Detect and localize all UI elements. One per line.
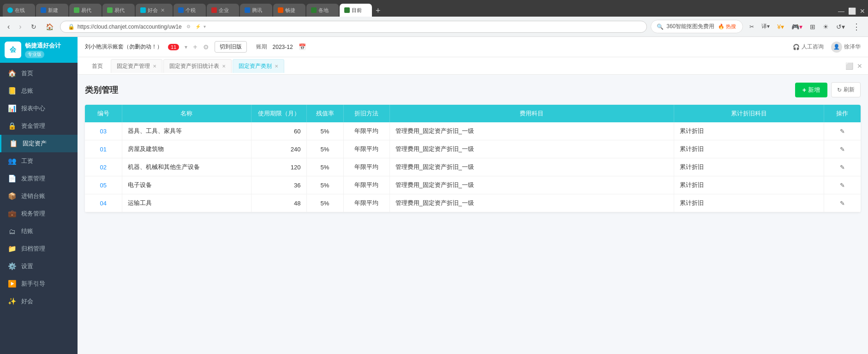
cell-expense: 管理费用_固定资产折旧_一级	[389, 158, 674, 176]
cell-method: 年限平均	[343, 194, 389, 212]
cell-expense: 管理费用_固定资产折旧_一级	[389, 194, 674, 212]
topbar: 刘小艳演示账套（勿删勿动！） 11 ▾ + ⚙ 切到旧版 账期 2023-12 …	[78, 37, 868, 57]
help-icon: ✨	[7, 297, 17, 306]
translate-btn[interactable]: 译▾	[759, 21, 772, 32]
browser-tab-1[interactable]: 在线	[3, 4, 35, 17]
sidebar-label-guide: 新手引导	[21, 280, 45, 288]
dropdown-icon[interactable]: ⚙	[186, 24, 191, 29]
page-header: 类别管理 + 新增 ↻ 刷新	[85, 82, 861, 97]
cell-period: 36	[251, 176, 306, 194]
sidebar-item-home[interactable]: 🏠 首页	[0, 65, 78, 82]
cell-name: 电子设备	[122, 176, 251, 194]
sidebar-item-tax[interactable]: 💼 税务管理	[0, 205, 78, 222]
service-btn[interactable]: 🎧 人工咨询	[793, 43, 824, 51]
add-btn[interactable]: + 新增	[795, 83, 827, 97]
cut-btn[interactable]: ✂	[747, 22, 757, 31]
cell-op[interactable]: ✎	[824, 194, 861, 212]
url-input[interactable]: 🔒 https://cloud.chanjet.com/accounting/u…	[60, 21, 647, 33]
browser-tab-9[interactable]: 畅捷	[273, 4, 305, 17]
home-btn[interactable]: 🏠	[43, 21, 56, 32]
cell-accum: 累计折旧	[674, 140, 824, 158]
browser-tab-4[interactable]: 易代	[102, 4, 135, 17]
search-label: 360智能抠图免费用	[666, 23, 714, 30]
browser-tab-11[interactable]: 目前	[340, 4, 372, 17]
sidebar-item-invoice[interactable]: 📄 发票管理	[0, 170, 78, 187]
page-close-btn[interactable]: ✕	[857, 62, 862, 70]
cell-code[interactable]: 03	[85, 122, 122, 140]
col-residual: 残值率	[306, 105, 343, 122]
tab-depreciation-close[interactable]: ✕	[222, 64, 226, 69]
sidebar-item-funds[interactable]: 🔒 资金管理	[0, 117, 78, 135]
browser-tab-3[interactable]: 易代	[69, 4, 102, 17]
settings-icon: ⚙️	[7, 262, 17, 270]
refresh-btn[interactable]: ↻ 刷新	[831, 82, 861, 97]
back-btn[interactable]: ‹	[5, 21, 12, 33]
calendar-icon[interactable]: 📅	[299, 43, 306, 50]
cell-code[interactable]: 04	[85, 194, 122, 212]
topbar-gear[interactable]: ⚙	[203, 43, 209, 51]
topbar-user-name: 刘小艳演示账套（勿删勿动！）	[85, 43, 162, 51]
sidebar-item-purchase-sales[interactable]: 📦 进销台账	[0, 187, 78, 205]
sidebar-item-guide[interactable]: ▶️ 新手引导	[0, 275, 78, 293]
cell-op[interactable]: ✎	[824, 122, 861, 140]
browser-tab-8[interactable]: 腾讯	[240, 4, 272, 17]
search-bar[interactable]: 🔍 360智能抠图免费用 🔥 热搜	[651, 20, 743, 33]
col-code: 编号	[85, 105, 122, 122]
sidebar-item-fixed-assets[interactable]: 📋 固定资产	[0, 135, 78, 152]
topbar-right: 🎧 人工咨询 👤 徐泽华	[793, 42, 861, 53]
sidebar-item-reports[interactable]: 📊 报表中心	[0, 100, 78, 117]
reload-btn[interactable]: ↻	[28, 21, 39, 32]
sidebar-item-settlement[interactable]: 🗂 结账	[0, 222, 78, 240]
tab-category-close[interactable]: ✕	[275, 64, 278, 69]
tab5-close[interactable]: ✕	[161, 7, 165, 13]
browser-tab-5[interactable]: 好会 ✕	[136, 4, 173, 17]
new-tab-btn[interactable]: +	[373, 6, 383, 16]
cell-op[interactable]: ✎	[824, 176, 861, 194]
cell-code[interactable]: 05	[85, 176, 122, 194]
tab-depreciation[interactable]: 固定资产折旧统计表 ✕	[163, 59, 232, 73]
brightness-btn[interactable]: ☀	[820, 22, 832, 32]
sidebar-item-payroll[interactable]: 👥 工资	[0, 152, 78, 170]
tab-category[interactable]: 固定资产类别 ✕	[233, 59, 284, 73]
sidebar-item-archive[interactable]: 📁 归档管理	[0, 240, 78, 258]
win-restore[interactable]: ⬜	[848, 7, 856, 15]
grid-btn[interactable]: ⊞	[807, 22, 818, 32]
sidebar-label-fixed-assets: 固定资产	[23, 139, 47, 148]
topbar-period-value: 2023-12	[273, 44, 293, 50]
forward-btn[interactable]: ›	[16, 21, 24, 33]
search-icon: 🔍	[657, 24, 664, 30]
cell-op[interactable]: ✎	[824, 158, 861, 176]
tab-asset-mgmt-label: 固定资产管理	[117, 62, 150, 70]
browser-tab-2[interactable]: 新建	[36, 4, 68, 17]
sidebar-item-ledger[interactable]: 📒 总账	[0, 82, 78, 100]
cell-op[interactable]: ✎	[824, 140, 861, 158]
tab-home[interactable]: 首页	[85, 59, 110, 73]
topbar-add[interactable]: +	[193, 43, 197, 51]
browser-tab-6[interactable]: 个税	[174, 4, 206, 17]
tab-asset-mgmt-close[interactable]: ✕	[153, 64, 156, 69]
sidebar: 会 畅捷通好会计 专业版 🏠 首页 📒 总账 📊 报表中心 🔒 资金管理	[0, 37, 78, 354]
switch-version-btn[interactable]: 切到旧版	[215, 41, 247, 53]
win-close[interactable]: ✕	[860, 7, 865, 15]
undo-btn[interactable]: ↺▾	[833, 22, 848, 32]
game-btn[interactable]: 🎮▾	[789, 22, 805, 32]
tab-asset-mgmt[interactable]: 固定资产管理 ✕	[111, 59, 162, 73]
url-expand[interactable]: ⚡	[195, 24, 201, 29]
data-table: 编号 名称 使用期限（月） 残值率 折旧方法	[85, 105, 861, 212]
cell-code[interactable]: 01	[85, 140, 122, 158]
topbar-expand[interactable]: ▾	[185, 44, 187, 50]
cell-residual: 5%	[306, 176, 343, 194]
url-dropdown[interactable]: ▾	[204, 24, 206, 29]
page-restore-btn[interactable]: ⬜	[845, 62, 853, 70]
logo-sub: 专业版	[25, 51, 44, 58]
browser-tab-10[interactable]: 各地	[306, 4, 339, 17]
menu-btn[interactable]: ⋮	[850, 20, 863, 33]
browser-tab-7[interactable]: 企业	[207, 4, 239, 17]
currency-btn[interactable]: ¥▾	[774, 22, 787, 32]
table-row: 02 机器、机械和其他生产设备 120 5% 年限平均 管理费用_固定资产折旧_…	[85, 158, 861, 176]
win-minimize[interactable]: —	[838, 7, 844, 15]
cell-code[interactable]: 02	[85, 158, 122, 176]
sidebar-item-settings[interactable]: ⚙️ 设置	[0, 258, 78, 275]
sidebar-item-help[interactable]: ✨ 好会	[0, 293, 78, 310]
user-info[interactable]: 👤 徐泽华	[831, 42, 861, 53]
